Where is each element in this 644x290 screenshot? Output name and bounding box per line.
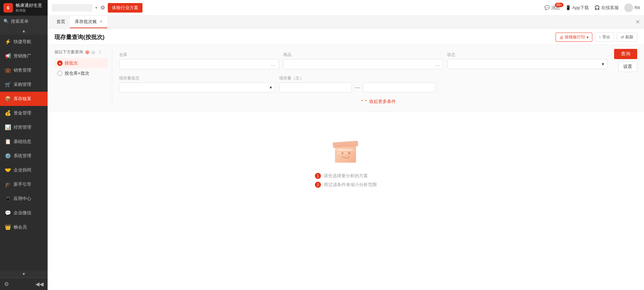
sales-icon: 💼 — [5, 67, 11, 73]
stock-status-chevron-icon[interactable]: ▾ — [270, 85, 272, 90]
topbar-actions: 💬 消息 99+ 📱 App下载 🎧 在线客服 Rit — [544, 3, 640, 12]
sidebar-item-basic-info[interactable]: 📋 基础信息 — [0, 134, 48, 149]
app-center-icon: 📱 — [5, 196, 11, 202]
product-dots-icon[interactable]: … — [435, 61, 440, 67]
filter-stock-status-field: 现存量状态 ▾ — [119, 75, 275, 92]
tip-1-num: 1 — [315, 173, 321, 179]
tab-close-icon[interactable]: ✕ — [100, 19, 103, 24]
sidebar-item-newbie[interactable]: 🎓 新手引导 — [0, 177, 48, 192]
filter-status-field: 状态 ▾ — [447, 52, 607, 69]
scheme-list: ● 按批次 按仓库+批次 — [54, 58, 108, 78]
app-logo: 6 — [3, 3, 13, 13]
page-header: 现存量查询(按批次) 🖨 按模板打印 ▾ ↑ 导出 ↺ 刷新 — [48, 29, 644, 45]
scheme-dot-inactive — [57, 71, 63, 76]
tab-inventory-batch[interactable]: 库存批次账 ✕ — [70, 16, 107, 28]
sidebar-item-app-center[interactable]: 📱 应用中心 — [0, 192, 48, 206]
experience-btn[interactable]: 体验行业方案 — [108, 3, 142, 13]
sidebar-item-system[interactable]: ⚙️ 系统管理 — [0, 149, 48, 163]
marketing-icon: 📢 — [5, 53, 11, 59]
user-avatar — [624, 3, 633, 12]
stock-status-select[interactable]: ▾ — [119, 83, 275, 92]
scheme-settings-icon[interactable]: ◎ — [91, 50, 95, 55]
sidebar-search[interactable]: 🔍 搜索菜单 — [0, 16, 48, 27]
filter-action-buttons: 查询 设置 — [614, 49, 637, 72]
stock-status-label: 现存量状态 — [119, 75, 275, 81]
svg-point-4 — [341, 152, 343, 154]
add-scheme-icon[interactable]: ⊕ — [85, 49, 89, 55]
finance-icon: 💰 — [5, 110, 11, 116]
warehouse-input[interactable]: … — [119, 59, 279, 69]
sidebar-item-business[interactable]: 📊 经营管理 — [0, 120, 48, 134]
status-chevron-icon[interactable]: ▾ — [602, 61, 604, 67]
enterprise-collab-icon: 🤝 — [5, 167, 11, 173]
empty-svg — [329, 132, 363, 166]
warehouse-dots-icon[interactable]: … — [271, 61, 276, 67]
user-profile[interactable]: Rit — [624, 3, 640, 12]
business-icon: 📊 — [5, 124, 11, 130]
print-chevron-icon[interactable]: ▾ — [587, 35, 589, 40]
scheme-collapse-icon[interactable]: 《 — [97, 49, 101, 55]
headset-icon: 🎧 — [594, 5, 600, 10]
sidebar-item-enterprise-collab[interactable]: 🤝 企业协同 — [0, 163, 48, 177]
search-icon: 🔍 — [3, 19, 9, 24]
tabs-bar: 首页 库存批次账 ✕ ✕ — [48, 16, 644, 29]
refresh-btn[interactable]: ↺ 刷新 — [617, 33, 637, 42]
sidebar-item-purchase[interactable]: 🛒 采购管理 — [0, 77, 48, 92]
topbar-chevron-icon[interactable]: ▾ — [95, 5, 98, 10]
online-service-action[interactable]: 🎧 在线客服 — [594, 5, 619, 11]
stock-qty-max-input[interactable] — [363, 83, 436, 92]
sidebar-scroll-up[interactable]: ▲ — [0, 27, 48, 35]
newbie-icon: 🎓 — [5, 181, 11, 187]
filter-area: 按以下方案查询 ⊕ ◎ 《 ● 按批次 按仓库+批次 — [48, 45, 644, 112]
tab-home[interactable]: 首页 — [52, 16, 70, 28]
app-download-action[interactable]: 📱 App下载 — [565, 5, 589, 11]
sidebar-item-sales[interactable]: 💼 销售管理 — [0, 63, 48, 77]
filter-schemes-panel: 按以下方案查询 ⊕ ◎ 《 ● 按批次 按仓库+批次 — [54, 49, 112, 107]
sidebar-item-quick-nav[interactable]: ⚡ 快捷导航 — [0, 35, 48, 49]
sidebar-header: 6 畅康通好生意 标准版 — [0, 0, 48, 16]
page-content: 现存量查询(按批次) 🖨 按模板打印 ▾ ↑ 导出 ↺ 刷新 — [48, 29, 644, 290]
empty-illustration — [329, 132, 363, 166]
topbar-gear-icon[interactable]: ⚙ — [100, 4, 105, 11]
query-btn[interactable]: 查询 — [614, 49, 637, 59]
warehouse-label: 仓库 — [119, 52, 279, 58]
empty-tips: 1 请先选择要分析的方案 2 用过滤条件来缩小分析范围 — [315, 173, 377, 188]
status-select[interactable]: ▾ — [447, 59, 607, 69]
stock-qty-min-input[interactable] — [279, 83, 352, 92]
product-input[interactable]: … — [283, 59, 443, 69]
sidebar-item-finance[interactable]: 💰 资金管理 — [0, 106, 48, 120]
empty-tip-1: 1 请先选择要分析的方案 — [315, 173, 377, 179]
collapse-up-icon: ⌃⌃ — [360, 99, 368, 104]
app-name: 畅康通好生意 — [16, 3, 42, 8]
filter-row-2: 现存量状态 ▾ 现存量（主） — — [119, 75, 637, 92]
sidebar-item-inventory[interactable]: 📦 库存核算 — [0, 92, 48, 106]
sidebar-item-enterprise-wechat[interactable]: 💬 企业微信 — [0, 206, 48, 220]
messages-action[interactable]: 💬 消息 99+ — [544, 5, 560, 11]
stock-qty-dash: — — [353, 85, 361, 91]
export-btn[interactable]: ↑ 导出 — [595, 33, 614, 42]
message-icon: 💬 — [544, 5, 550, 10]
product-label: 商品 — [283, 52, 443, 58]
filter-stock-qty-field: 现存量（主） — — [279, 75, 435, 92]
sidebar-scroll-down[interactable]: ▼ — [0, 270, 48, 278]
tabs-close-all[interactable]: ✕ — [635, 19, 640, 25]
phone-icon: 📱 — [565, 5, 571, 10]
enterprise-wechat-icon: 💬 — [5, 210, 11, 216]
filter-product-field: 商品 … — [283, 52, 443, 69]
svg-rect-2 — [338, 149, 353, 151]
export-icon: ↑ — [599, 35, 601, 40]
settings-footer-icon[interactable]: ⚙ — [4, 281, 9, 287]
topbar-search-input[interactable] — [52, 4, 92, 12]
scheme-item-batch[interactable]: ● 按批次 — [54, 58, 108, 68]
settings-btn[interactable]: 设置 — [618, 61, 637, 72]
empty-state: 1 请先选择要分析的方案 2 用过滤条件来缩小分析范围 — [48, 112, 644, 201]
empty-tip-2: 2 用过滤条件来缩小分析范围 — [315, 182, 377, 188]
scheme-dot-active: ● — [57, 60, 63, 66]
status-label: 状态 — [447, 52, 607, 58]
collapse-more-btn[interactable]: ⌃⌃ 收起更多条件 — [119, 96, 637, 107]
scheme-item-warehouse-batch[interactable]: 按仓库+批次 — [54, 68, 108, 78]
template-print-btn[interactable]: 🖨 按模板打印 ▾ — [556, 33, 592, 42]
sidebar-item-vip[interactable]: 👑 畅会员 — [0, 220, 48, 234]
collapse-sidebar-icon[interactable]: ◀◀ — [35, 281, 44, 287]
sidebar-item-marketing[interactable]: 📢 营销推广 — [0, 49, 48, 63]
